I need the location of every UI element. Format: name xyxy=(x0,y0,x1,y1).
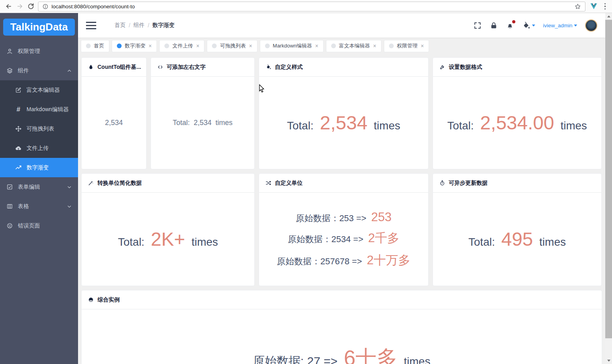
bookmark-star-button[interactable] xyxy=(574,3,581,10)
tag-home[interactable]: 首页 xyxy=(81,40,109,52)
tag-permissions[interactable]: 权限管理 × xyxy=(384,40,429,52)
topbar-actions: iview_admin xyxy=(473,19,597,32)
browser-menu-button[interactable] xyxy=(604,2,607,11)
card-comprehensive-demo: 综合实例 原始数据: 27 => 6十多 times xyxy=(81,290,602,364)
count-suffix: times xyxy=(374,119,400,132)
tag-markdown-editor[interactable]: Markdown编辑器 × xyxy=(260,40,324,52)
tag-dot xyxy=(117,44,122,48)
sidebar-item-permissions[interactable]: 权限管理 xyxy=(0,42,78,61)
components-submenu: 富文本编辑器 # Markdown编辑器 可拖拽列表 文件上传 数字渐变 xyxy=(0,80,78,177)
unit-row: 原始数据：257678 => 2十万多 xyxy=(277,252,410,269)
notifications-button[interactable] xyxy=(506,21,514,30)
sidebar-item-file-upload[interactable]: 文件上传 xyxy=(0,138,78,158)
main-area: 首页 / 组件 / 数字渐变 iview_admin xyxy=(78,13,605,364)
sidebar-item-count-to[interactable]: 数字渐变 xyxy=(0,158,78,177)
card-row-3: 综合实例 原始数据: 27 => 6十多 times xyxy=(81,290,602,364)
card-body: Total: 2,534 times xyxy=(259,77,428,169)
page-info-icon[interactable] xyxy=(42,4,48,9)
sidebar-item-markdown-editor[interactable]: # Markdown编辑器 xyxy=(0,100,78,119)
tag-dot xyxy=(265,44,270,48)
unit-value: 2千多 xyxy=(368,230,399,246)
back-arrow-icon xyxy=(5,3,12,10)
card-row-2: 转换单位简化数据 Total: 2K+ times 自定义单位 xyxy=(81,173,602,286)
back-button[interactable] xyxy=(3,1,14,12)
sidebar-item-label: 错误页面 xyxy=(18,222,40,229)
tag-count-to[interactable]: 数字渐变 × xyxy=(112,40,157,52)
url-host: localhost xyxy=(51,4,72,9)
forward-arrow-icon xyxy=(16,3,23,10)
card-body: Total: 2,534 times xyxy=(151,77,254,169)
card-body: 原始数据: 27 => 6十多 times xyxy=(82,309,602,364)
sidebar-menu: 权限管理 组件 富文本编辑器 # Markdown编辑器 可拖拽列表 文件上传 xyxy=(0,42,78,235)
sidebar-item-label: 表单编辑 xyxy=(18,184,40,191)
scrollbar-thumb[interactable] xyxy=(605,20,612,338)
menu-toggle-button[interactable] xyxy=(86,22,96,29)
refresh-button[interactable] xyxy=(25,1,36,12)
card-header: 可添加左右文字 xyxy=(151,58,254,77)
card-title: 设置数据格式 xyxy=(449,64,482,71)
scroll-down-button[interactable] xyxy=(605,357,612,364)
page-content: CountTo组件基... 2,534 可添加左右文字 Total: 2,534… xyxy=(78,54,605,364)
close-icon[interactable]: × xyxy=(315,43,318,49)
scroll-up-button[interactable] xyxy=(605,13,612,20)
page-scrollbar[interactable] xyxy=(605,13,612,364)
count-value: 6十多 xyxy=(344,344,397,364)
breadcrumb-section[interactable]: 组件 xyxy=(133,22,145,29)
stopwatch-icon xyxy=(439,180,445,186)
sidebar-item-components[interactable]: 组件 xyxy=(0,61,78,80)
sidebar-item-rich-text-editor[interactable]: 富文本编辑器 xyxy=(0,80,78,100)
card-header: 设置数据格式 xyxy=(433,58,601,77)
app-logo[interactable]: TalkingData xyxy=(3,19,75,36)
tools-icon xyxy=(439,64,445,70)
theme-button[interactable] xyxy=(522,21,535,30)
card-custom-unit: 自定义单位 原始数据：253 => 253 原始数据：2534 => 2千多 原… xyxy=(259,173,429,286)
count-prefix: Total: xyxy=(287,119,314,132)
sidebar-item-table[interactable]: 表格 xyxy=(0,197,78,216)
checkbox-icon xyxy=(6,184,13,190)
close-icon[interactable]: × xyxy=(249,43,252,49)
sidebar-item-label: 文件上传 xyxy=(27,145,49,152)
chevron-down-icon xyxy=(67,204,72,209)
card-body: Total: 2,534.00 times xyxy=(433,77,601,169)
sidebar-item-form-edit[interactable]: 表单编辑 xyxy=(0,177,78,197)
count-value: 2,534 xyxy=(194,119,212,127)
close-icon[interactable]: × xyxy=(421,43,424,49)
card-header: CountTo组件基... xyxy=(82,58,146,77)
forward-button[interactable] xyxy=(14,1,25,12)
breadcrumb-home[interactable]: 首页 xyxy=(114,22,126,29)
breadcrumb-separator: / xyxy=(148,22,149,28)
close-icon[interactable]: × xyxy=(149,43,152,49)
card-title: 可添加左右文字 xyxy=(167,64,206,71)
tag-file-upload[interactable]: 文件上传 × xyxy=(159,40,204,52)
tag-rich-text-editor[interactable]: 富文本编辑器 × xyxy=(326,40,381,52)
lock-button[interactable] xyxy=(490,21,498,30)
tag-dot xyxy=(212,44,217,48)
trending-up-icon xyxy=(15,164,22,171)
close-icon[interactable]: × xyxy=(373,43,376,49)
card-title: 转换单位简化数据 xyxy=(97,180,142,187)
card-row-1: CountTo组件基... 2,534 可添加左右文字 Total: 2,534… xyxy=(81,57,602,169)
card-title: CountTo组件基... xyxy=(97,64,141,71)
avatar[interactable] xyxy=(585,19,597,32)
card-body: 原始数据：253 => 253 原始数据：2534 => 2千多 原始数据：25… xyxy=(259,193,428,286)
breadcrumb-current: 数字渐变 xyxy=(153,22,175,29)
sidebar-item-draggable-list[interactable]: 可拖拽列表 xyxy=(0,119,78,138)
card-title: 可异步更新数据 xyxy=(449,180,488,187)
tag-draggable-list[interactable]: 可拖拽列表 × xyxy=(207,40,257,52)
unit-value: 2十万多 xyxy=(367,252,410,269)
close-icon[interactable]: × xyxy=(196,43,199,49)
card-title: 综合实例 xyxy=(97,296,120,303)
caret-down-icon xyxy=(532,25,535,27)
address-bar[interactable]: localhost:8080/component/count-to xyxy=(38,2,585,11)
breadcrumb-separator: / xyxy=(129,22,130,28)
sidebar-item-error-pages[interactable]: 错误页面 xyxy=(0,216,78,235)
vue-devtools-icon[interactable] xyxy=(589,2,598,10)
user-menu[interactable]: iview_admin xyxy=(543,23,577,28)
tag-dot xyxy=(86,44,91,48)
fullscreen-button[interactable] xyxy=(473,21,482,30)
sidebar-item-label: 数字渐变 xyxy=(27,164,49,171)
paint-bucket-icon xyxy=(522,21,530,30)
star-icon xyxy=(574,3,581,10)
card-unit-simplify: 转换单位简化数据 Total: 2K+ times xyxy=(81,173,255,286)
url-text[interactable]: localhost:8080/component/count-to xyxy=(51,4,135,9)
